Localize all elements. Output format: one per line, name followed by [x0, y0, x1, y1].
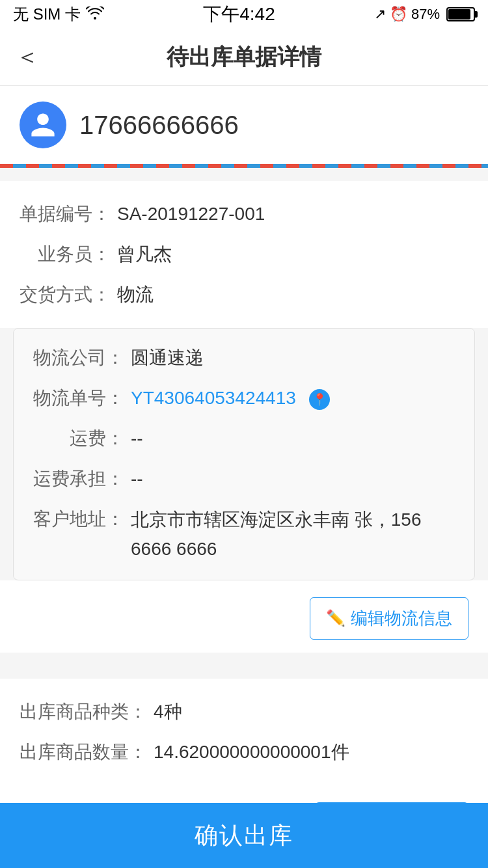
map-pin-icon[interactable]: 📍 — [309, 389, 330, 410]
logistics-card: 物流公司： 圆通速递 物流单号： YT43064053424413 📍 运费： … — [13, 328, 475, 580]
logistics-company-value: 圆通速递 — [131, 344, 455, 372]
salesman-label: 业务员： — [20, 241, 111, 268]
freight-bearer-value: -- — [131, 465, 455, 493]
tracking-number-label: 物流单号： — [33, 385, 124, 412]
tracking-number-row: 物流单号： YT43064053424413 📍 — [33, 385, 455, 412]
edit-icon: ✏️ — [326, 609, 346, 627]
user-header: 17666666666 — [0, 86, 488, 164]
goods-type-row: 出库商品种类： 4种 — [20, 698, 468, 726]
status-time: 下午4:42 — [203, 2, 275, 27]
freight-bearer-label: 运费承担： — [33, 465, 124, 493]
battery-percent: 87% — [411, 6, 440, 23]
status-bar: 无 SIM 卡 下午4:42 ↗ ⏰ 87% — [0, 0, 488, 29]
battery-icon — [446, 7, 475, 21]
avatar — [20, 102, 66, 148]
goods-quantity-label: 出库商品数量： — [20, 739, 147, 766]
confirm-label: 确认出库 — [195, 820, 293, 852]
address-label: 客户地址： — [33, 506, 124, 533]
goods-type-label: 出库商品种类： — [20, 698, 147, 726]
document-number-value: SA-20191227-001 — [117, 200, 468, 228]
delivery-row: 交货方式： 物流 — [20, 281, 468, 308]
address-value: 北京市市辖区海淀区永丰南 张，156 6666 6666 — [131, 506, 455, 564]
back-button[interactable]: ＜ — [16, 41, 39, 73]
goods-type-value: 4种 — [154, 698, 468, 726]
person-icon — [29, 111, 57, 139]
carrier-label: 无 SIM 卡 — [13, 4, 81, 25]
nav-bar: ＜ 待出库单据详情 — [0, 29, 488, 86]
status-bar-left: 无 SIM 卡 — [13, 4, 104, 25]
delivery-value: 物流 — [117, 281, 468, 308]
tracking-number-value: YT43064053424413 📍 — [131, 385, 455, 412]
alarm-icon: ⏰ — [390, 6, 407, 23]
status-bar-right: ↗ ⏰ 87% — [374, 6, 475, 23]
confirm-button[interactable]: 确认出库 — [0, 803, 488, 868]
goods-quantity-row: 出库商品数量： 14.620000000000001件 — [20, 739, 468, 766]
document-number-label: 单据编号： — [20, 200, 111, 228]
user-phone: 17666666666 — [79, 111, 239, 140]
edit-logistics-label: 编辑物流信息 — [351, 607, 452, 630]
document-info-section: 单据编号： SA-20191227-001 业务员： 曾凡杰 交货方式： 物流 — [0, 181, 488, 328]
location-status-icon: ↗ — [374, 6, 386, 23]
goods-quantity-value: 14.620000000000001件 — [154, 739, 468, 766]
wifi-icon — [86, 5, 104, 23]
freight-row: 运费： -- — [33, 425, 455, 452]
freight-value: -- — [131, 425, 455, 452]
address-row: 客户地址： 北京市市辖区海淀区永丰南 张，156 6666 6666 — [33, 506, 455, 564]
edit-logistics-button[interactable]: ✏️ 编辑物流信息 — [310, 597, 468, 640]
salesman-row: 业务员： 曾凡杰 — [20, 241, 468, 268]
document-number-row: 单据编号： SA-20191227-001 — [20, 200, 468, 228]
freight-bearer-row: 运费承担： -- — [33, 465, 455, 493]
goods-info-section: 出库商品种类： 4种 出库商品数量： 14.620000000000001件 — [0, 679, 488, 785]
section-divider — [0, 653, 488, 666]
edit-logistics-section: ✏️ 编辑物流信息 — [0, 580, 488, 653]
dashed-separator — [0, 164, 488, 168]
page-title: 待出库单据详情 — [167, 42, 321, 72]
delivery-label: 交货方式： — [20, 281, 111, 308]
salesman-value: 曾凡杰 — [117, 241, 468, 268]
freight-label: 运费： — [33, 425, 124, 452]
logistics-company-label: 物流公司： — [33, 344, 124, 372]
logistics-company-row: 物流公司： 圆通速递 — [33, 344, 455, 372]
